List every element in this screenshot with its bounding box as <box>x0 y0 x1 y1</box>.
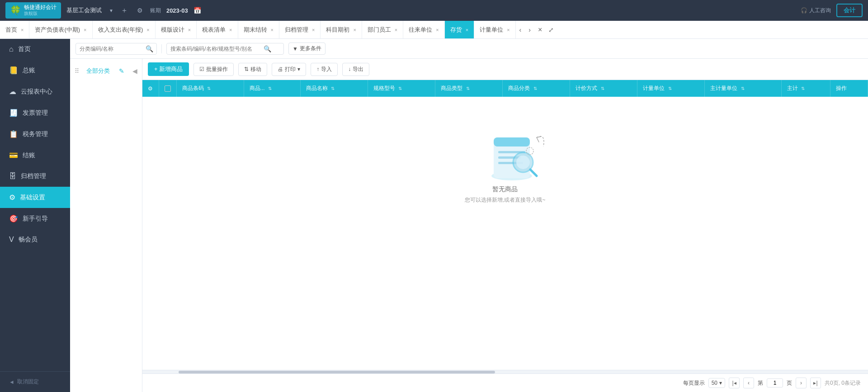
pagination-bar: 每页显示 50 ▾ |◂ ‹ 第 页 › ▸| 共0页, 0条记录 <box>142 373 868 392</box>
print-button[interactable]: 🖨 打印 ▾ <box>272 63 306 76</box>
tab-dept-staff[interactable]: 部门员工 × <box>362 21 403 39</box>
col-checkbox[interactable] <box>159 80 176 97</box>
move-button[interactable]: ⇅ 移动 <box>238 63 267 76</box>
account-button[interactable]: 会计 <box>836 4 863 17</box>
tab-close-icon[interactable]: × <box>84 27 86 33</box>
col-price-method[interactable]: 计价方式 ⇅ <box>570 80 637 97</box>
settings-icon[interactable]: ⚙ <box>135 6 145 15</box>
tab-close-icon[interactable]: × <box>395 27 397 33</box>
col-action: 操作 <box>830 80 868 97</box>
col-barcode[interactable]: 商品条码 ⇅ <box>176 80 244 97</box>
tab-income-annual[interactable]: 收入支出表(年报) × <box>93 21 156 39</box>
tab-period-transfer[interactable]: 期末结转 × <box>238 21 279 39</box>
col-category[interactable]: 商品分类 ⇅ <box>503 80 570 97</box>
tab-counterparty[interactable]: 往来单位 × <box>403 21 444 39</box>
page-prev-button[interactable]: ‹ <box>743 378 754 388</box>
col-name[interactable]: 商品名称 ⇅ <box>301 80 368 97</box>
sidebar-item-label: 结账 <box>23 151 35 160</box>
add-product-button[interactable]: + 新增商品 <box>148 62 189 76</box>
page-first-button[interactable]: |◂ <box>729 378 740 388</box>
tab-close-icon[interactable]: × <box>466 27 468 33</box>
sidebar-item-label: 税务管理 <box>23 130 48 138</box>
import-button[interactable]: ↑ 导入 <box>311 63 338 76</box>
horizontal-scrollbar[interactable] <box>142 370 868 373</box>
sidebar-collapse-button[interactable]: ◄ 取消固定 <box>0 371 70 392</box>
sidebar-item-guide[interactable]: 🎯 新手引导 <box>0 208 70 229</box>
panel-collapse-icon[interactable]: ◀ <box>132 67 137 75</box>
export-button[interactable]: ↓ 导出 <box>342 63 369 76</box>
product-search-icon[interactable]: 🔍 <box>264 45 271 52</box>
col-code[interactable]: 商品... ⇅ <box>244 80 300 97</box>
category-edit-icon[interactable]: ✎ <box>119 67 124 75</box>
sidebar-item-cloud-report[interactable]: ☁ 云报表中心 <box>0 81 70 102</box>
sidebar-item-label: 总账 <box>23 66 35 75</box>
tab-homepage[interactable]: 首页 × <box>0 21 29 39</box>
tab-prev-button[interactable]: ‹ <box>516 21 525 39</box>
help-button[interactable]: 🎧 人工咨询 <box>801 7 831 14</box>
company-name[interactable]: 基层工会测试 <box>66 6 102 14</box>
tab-close-icon[interactable]: × <box>229 27 232 33</box>
tab-next-button[interactable]: › <box>525 21 534 39</box>
tab-template[interactable]: 模版设计 × <box>156 21 197 39</box>
collapse-arrow-icon: ◄ <box>9 379 14 385</box>
print-dropdown-icon: ▾ <box>297 66 300 72</box>
tab-balance-mid[interactable]: 资产负债表(中期) × <box>29 21 92 39</box>
tab-label: 往来单位 <box>409 26 432 34</box>
sidebar-item-settings[interactable]: ⚙ 基础设置 <box>0 187 70 208</box>
more-conditions-button[interactable]: ▼ 更多条件 <box>288 43 326 55</box>
col-settings[interactable]: ⚙ <box>142 80 159 97</box>
tab-close-icon[interactable]: × <box>507 27 509 33</box>
col-type[interactable]: 商品类型 ⇅ <box>435 80 503 97</box>
scroll-thumb[interactable] <box>179 371 495 373</box>
tab-close-icon[interactable]: × <box>271 27 274 33</box>
tab-close-icon[interactable]: × <box>188 27 191 33</box>
tab-close-icon[interactable]: × <box>436 27 439 33</box>
select-all-checkbox[interactable] <box>165 85 171 92</box>
batch-operation-button[interactable]: ☑ 批量操作 <box>193 63 234 76</box>
tab-tax-list[interactable]: 税表清单 × <box>197 21 238 39</box>
page-size-select[interactable]: 50 ▾ <box>708 378 725 388</box>
category-search-input[interactable] <box>80 46 143 52</box>
col-main-unit[interactable]: 主计量单位 ⇅ <box>705 80 781 97</box>
page-last-button[interactable]: ▸| <box>810 378 821 388</box>
dropdown-arrow-icon[interactable]: ▼ <box>109 8 113 13</box>
tab-expand-button[interactable]: ⤢ <box>546 21 557 39</box>
product-search-input[interactable] <box>170 46 261 52</box>
sort-icon: ⇅ <box>533 86 537 91</box>
page-label: 第 <box>758 379 763 387</box>
tab-close-icon[interactable]: × <box>312 27 315 33</box>
page-number-input[interactable] <box>767 378 783 387</box>
sidebar-item-label: 畅会员 <box>19 236 38 244</box>
sidebar-item-invoice[interactable]: 🧾 发票管理 <box>0 102 70 123</box>
category-all-item[interactable]: 全部分类 <box>82 64 114 78</box>
tab-close-icon[interactable]: × <box>21 27 24 33</box>
calendar-icon[interactable]: 📅 <box>193 7 201 14</box>
sort-icon: ⇅ <box>398 86 402 91</box>
col-main-count[interactable]: 主计 ⇅ <box>781 80 830 97</box>
tab-subject-init[interactable]: 科目期初 × <box>321 21 362 39</box>
tab-close-icon[interactable]: × <box>146 27 149 33</box>
tab-archive[interactable]: 归档管理 × <box>279 21 321 39</box>
tab-unit[interactable]: 计量单位 × <box>474 21 515 39</box>
tab-label: 税表清单 <box>202 26 226 34</box>
print-label: 打印 <box>285 66 296 73</box>
header-right: 🎧 人工咨询 会计 <box>801 4 863 17</box>
category-panel: ⠿ 全部分类 ✎ ◀ <box>70 59 142 392</box>
tab-close-icon[interactable]: × <box>353 27 356 33</box>
col-spec[interactable]: 规格型号 ⇅ <box>368 80 435 97</box>
category-search-icon[interactable]: 🔍 <box>146 45 153 52</box>
add-tab-button[interactable]: ＋ <box>119 5 130 16</box>
col-name-label: 商品名称 <box>306 85 328 91</box>
col-unit[interactable]: 计量单位 ⇅ <box>637 80 705 97</box>
sidebar-item-vip[interactable]: V 畅会员 <box>0 229 70 250</box>
sidebar-item-ledger[interactable]: 📒 总账 <box>0 60 70 81</box>
tab-inventory[interactable]: 存货 × <box>445 21 474 39</box>
page-next-button[interactable]: › <box>796 378 807 388</box>
sidebar-item-archive[interactable]: 🗄 归档管理 <box>0 166 70 187</box>
tab-close-all-button[interactable]: × <box>534 21 546 39</box>
sidebar-item-checkout[interactable]: 💳 结账 <box>0 145 70 166</box>
main-layout: ⌂ 首页 📒 总账 ☁ 云报表中心 🧾 发票管理 📋 税务管理 💳 结账 🗄 归… <box>0 39 868 392</box>
sidebar-item-tax[interactable]: 📋 税务管理 <box>0 123 70 145</box>
logo-icon: 🍀 <box>10 5 21 16</box>
sidebar-item-home[interactable]: ⌂ 首页 <box>0 39 70 60</box>
